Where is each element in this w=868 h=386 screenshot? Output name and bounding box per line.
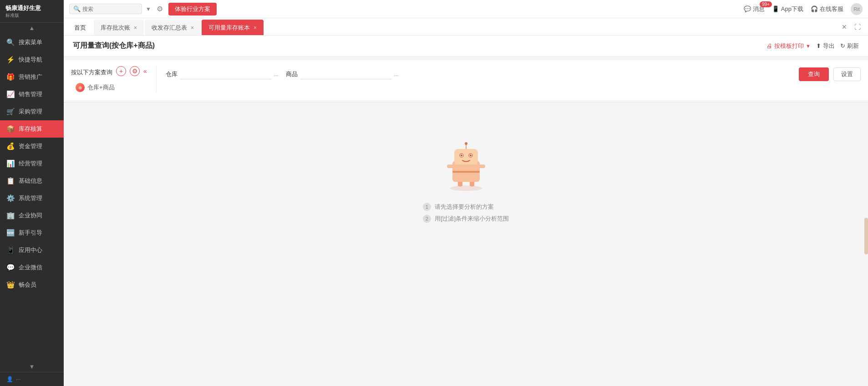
print-label: 按模板打印 xyxy=(774,42,804,50)
sidebar-item-label: 新手引导 xyxy=(19,229,42,237)
trial-industry-btn[interactable]: 体验行业方案 xyxy=(168,3,217,15)
empty-illustration-svg xyxy=(439,139,493,194)
bar-chart-icon: 📊 xyxy=(6,160,15,168)
message-btn[interactable]: 💬 消息 99+ xyxy=(744,5,765,13)
message-badge: 99+ xyxy=(760,1,772,7)
tab-home[interactable]: 首页 xyxy=(67,20,93,35)
money-icon: 💰 xyxy=(6,142,15,150)
sidebar-item-appcenter[interactable]: 📱 应用中心 xyxy=(0,242,64,259)
phone-icon: 📱 xyxy=(772,5,779,12)
search-input[interactable] xyxy=(82,6,137,12)
cart-icon: 🛒 xyxy=(6,108,15,116)
empty-hint-2: 2 用[过滤]条件来缩小分析范围 xyxy=(423,215,509,223)
goods-more-btn[interactable]: ... xyxy=(394,71,399,77)
hint-num-1: 1 xyxy=(423,203,431,211)
sidebar-item-marketing[interactable]: 🎁 营销推广 xyxy=(0,68,64,86)
scroll-up-btn[interactable]: ▲ xyxy=(0,23,64,34)
collapse-filter-btn[interactable]: « xyxy=(143,67,147,75)
sidebar-item-search[interactable]: 🔍 搜索菜单 xyxy=(0,34,64,51)
refresh-btn[interactable]: ↻ 刷新 xyxy=(840,42,859,50)
goods-input[interactable] xyxy=(300,69,391,79)
svg-point-10 xyxy=(470,154,472,156)
empty-illustration xyxy=(439,139,493,194)
sidebar-item-inventory[interactable]: 📦 库存核算 xyxy=(0,120,64,138)
sidebar-item-wechat[interactable]: 💬 企业微信 xyxy=(0,259,64,276)
tab-available-inventory-label: 可用量库存账本 xyxy=(208,24,250,32)
print-btn[interactable]: 🖨 按模板打印 ▼ xyxy=(766,42,811,50)
online-service-btn[interactable]: 🎧 在线客服 xyxy=(811,5,843,13)
printer-icon: 🖨 xyxy=(766,42,772,49)
svg-point-9 xyxy=(461,154,462,156)
mobile-icon: 📱 xyxy=(6,246,15,254)
filter-label: 按以下方案查询 xyxy=(71,66,112,77)
sidebar-user-info: ··· xyxy=(16,376,20,382)
sidebar: 畅康通好生意 标准版 ▲ 🔍 搜索菜单 ⚡ 快捷导航 🎁 营销推广 📈 销售管理… xyxy=(0,0,64,386)
chart-icon: 📈 xyxy=(6,90,15,98)
sidebar-item-operations[interactable]: 📊 经营管理 xyxy=(0,155,64,172)
sidebar-item-purchase[interactable]: 🛒 采购管理 xyxy=(0,103,64,120)
sidebar-item-finance[interactable]: 💰 资金管理 xyxy=(0,138,64,155)
filter-field-goods: 商品 ... xyxy=(286,69,399,79)
search-dropdown-icon[interactable]: ▼ xyxy=(146,6,151,12)
scrollbar-indicator[interactable] xyxy=(864,218,868,254)
warehouse-more-btn[interactable]: ... xyxy=(274,71,279,77)
svg-rect-11 xyxy=(447,165,453,168)
sidebar-item-label: 搜索菜单 xyxy=(19,38,42,46)
expand-btn[interactable]: ⛶ xyxy=(853,22,863,31)
sidebar-item-label: 企业微信 xyxy=(19,263,42,272)
sidebar-item-label: 库存核算 xyxy=(19,125,42,133)
page-header: 可用量查询(按仓库+商品) 🖨 按模板打印 ▼ ⬆ 导出 ↻ 刷新 xyxy=(64,36,868,57)
close-tab-btn[interactable]: ✕ xyxy=(840,22,849,31)
user-menu-btn[interactable]: Rit xyxy=(851,3,863,15)
chat-icon: 💬 xyxy=(6,263,15,272)
sidebar-item-member[interactable]: 👑 畅会员 xyxy=(0,276,64,293)
filter-schemes: ⊕ 仓库+商品 xyxy=(71,80,147,95)
main-area: 🔍 ▼ ⚙ 体验行业方案 💬 消息 99+ 📱 App下载 🎧 在线客服 R xyxy=(64,0,868,386)
person-icon: 👤 xyxy=(6,376,13,382)
sidebar-item-quicknav[interactable]: ⚡ 快捷导航 xyxy=(0,51,64,68)
tab-available-inventory-close[interactable]: × xyxy=(254,25,257,31)
sidebar-item-sales[interactable]: 📈 销售管理 xyxy=(0,86,64,103)
set-btn[interactable]: 设置 xyxy=(833,67,861,81)
crown-icon: 👑 xyxy=(6,281,15,289)
scheme-setting-btn[interactable]: ⚙ xyxy=(130,66,140,76)
svg-point-6 xyxy=(465,142,467,145)
flash-icon: ⚡ xyxy=(6,56,15,64)
add-scheme-btn[interactable]: + xyxy=(116,66,126,76)
sidebar-item-newguide[interactable]: 🆕 新手引导 xyxy=(0,224,64,242)
refresh-icon: ↻ xyxy=(840,42,845,49)
scroll-down-btn[interactable]: ▼ xyxy=(0,361,64,372)
headset-icon: 🎧 xyxy=(811,5,818,12)
empty-hint-1: 1 请先选择要分析的方案 xyxy=(423,203,509,211)
tab-collect-inventory-label: 收发存汇总表 xyxy=(152,24,187,32)
tab-inventory-batch-close[interactable]: × xyxy=(134,25,137,31)
filter-fields: 仓库 ... 商品 ... 查询 设置 xyxy=(166,66,861,81)
print-dropdown-icon[interactable]: ▼ xyxy=(806,43,811,49)
sidebar-item-label: 快捷导航 xyxy=(19,56,42,64)
export-btn[interactable]: ⬆ 导出 xyxy=(816,42,835,50)
tabbar: 首页 库存批次账 × 收发存汇总表 × 可用量库存账本 × ✕ ⛶ xyxy=(64,18,868,36)
app-download-btn[interactable]: 📱 App下载 xyxy=(772,5,803,13)
tab-collect-inventory[interactable]: 收发存汇总表 × xyxy=(145,20,201,35)
settings-icon: ⚙️ xyxy=(6,194,15,202)
warehouse-field-label: 仓库 xyxy=(166,70,178,78)
tab-inventory-batch[interactable]: 库存批次账 × xyxy=(94,20,144,35)
svg-rect-4 xyxy=(454,149,478,165)
sidebar-item-enterprise[interactable]: 🏢 企业协同 xyxy=(0,207,64,224)
sidebar-item-system[interactable]: ⚙️ 系统管理 xyxy=(0,190,64,207)
sidebar-item-label: 畅会员 xyxy=(19,281,36,289)
sidebar-item-basicinfo[interactable]: 📋 基础信息 xyxy=(0,172,64,190)
service-label: 在线客服 xyxy=(820,5,843,13)
hint-num-2: 2 xyxy=(423,215,431,223)
scheme-item-label: 仓库+商品 xyxy=(87,83,115,92)
scheme-item-warehouse-goods[interactable]: ⊕ 仓库+商品 xyxy=(71,80,147,95)
sidebar-item-label: 营销推广 xyxy=(19,73,42,81)
gear-icon[interactable]: ⚙ xyxy=(155,5,165,13)
query-btn[interactable]: 查询 xyxy=(799,67,829,81)
tab-available-inventory[interactable]: 可用量库存账本 × xyxy=(202,20,264,35)
filter-area: 按以下方案查询 + ⚙ « ⊕ 仓库+商品 仓库 xyxy=(64,60,868,100)
warehouse-input[interactable] xyxy=(180,69,271,79)
tab-collect-inventory-close[interactable]: × xyxy=(191,25,194,31)
global-search[interactable]: 🔍 xyxy=(69,4,142,14)
goods-field-label: 商品 xyxy=(286,70,298,78)
